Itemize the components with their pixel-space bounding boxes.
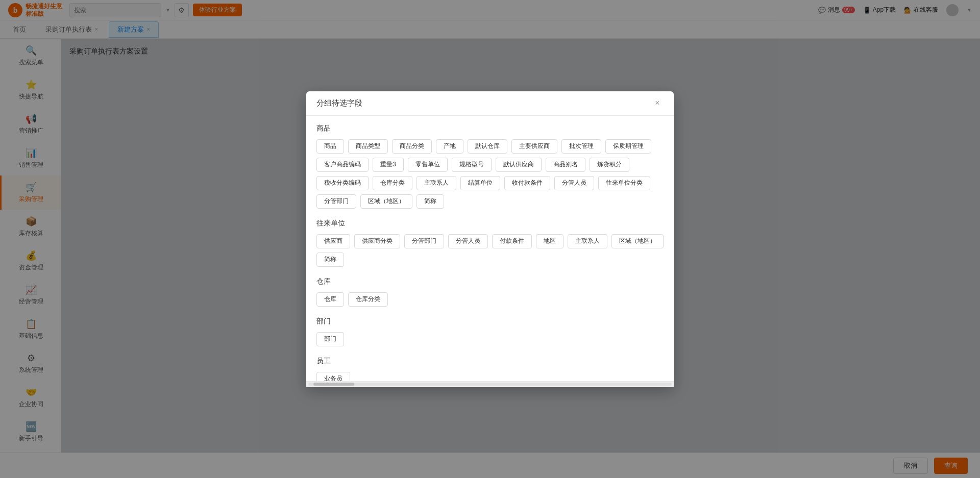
tag-product-15[interactable]: 税收分类编码	[316, 176, 369, 190]
tag-cp-3[interactable]: 分管人员	[448, 234, 488, 248]
modal-horizontal-scrollbar[interactable]	[306, 381, 674, 387]
tag-wh-0[interactable]: 仓库	[316, 292, 344, 307]
section-warehouse-title: 仓库	[316, 277, 664, 286]
tag-cp-4[interactable]: 付款条件	[492, 234, 532, 248]
tag-emp-0[interactable]: 业务员	[316, 372, 350, 381]
section-department: 部门 部门	[316, 317, 664, 346]
tag-product-13[interactable]: 商品别名	[546, 158, 585, 172]
tag-product-16[interactable]: 仓库分类	[373, 176, 412, 190]
modal-header: 分组待选字段 ×	[306, 91, 674, 116]
tag-product-0[interactable]: 商品	[316, 139, 344, 154]
tag-cp-1[interactable]: 供应商分类	[354, 234, 400, 248]
tag-cp-0[interactable]: 供应商	[316, 234, 350, 248]
tag-product-6[interactable]: 批次管理	[561, 139, 601, 154]
section-counterparty-title: 往来单位	[316, 219, 664, 228]
tag-product-14[interactable]: 炼货积分	[590, 158, 629, 172]
tag-product-10[interactable]: 零售单位	[408, 158, 448, 172]
hscroll-track	[308, 383, 672, 386]
tag-product-2[interactable]: 商品分类	[392, 139, 432, 154]
tag-product-18[interactable]: 结算单位	[460, 176, 500, 190]
modal-close-button[interactable]: ×	[651, 97, 664, 109]
tag-product-4[interactable]: 默认仓库	[468, 139, 507, 154]
section-product-title: 商品	[316, 124, 664, 133]
section-department-tags: 部门	[316, 332, 664, 346]
tag-product-1[interactable]: 商品类型	[348, 139, 388, 154]
modal-title: 分组待选字段	[316, 98, 362, 108]
tag-product-8[interactable]: 客户商品编码	[316, 158, 369, 172]
tag-cp-7[interactable]: 区域（地区）	[611, 234, 664, 248]
section-employee: 员工 业务员	[316, 357, 664, 381]
section-employee-title: 员工	[316, 357, 664, 366]
modal-body: 商品 商品 商品类型 商品分类 产地 默认仓库 主要供应商 批次管理 保质期管理…	[306, 116, 674, 381]
hscroll-thumb	[313, 383, 354, 386]
tag-cp-5[interactable]: 地区	[536, 234, 564, 248]
tag-product-5[interactable]: 主要供应商	[511, 139, 557, 154]
section-product: 商品 商品 商品类型 商品分类 产地 默认仓库 主要供应商 批次管理 保质期管理…	[316, 124, 664, 209]
tag-cp-8[interactable]: 简称	[316, 253, 344, 267]
tag-product-24[interactable]: 简称	[416, 194, 444, 209]
section-employee-tags: 业务员	[316, 372, 664, 381]
tag-product-11[interactable]: 规格型号	[452, 158, 492, 172]
modal-select-fields: 分组待选字段 × 商品 商品 商品类型 商品分类 产地 默认仓库 主要供应商 批…	[306, 91, 674, 387]
tag-product-21[interactable]: 往来单位分类	[598, 176, 650, 190]
tag-product-20[interactable]: 分管人员	[554, 176, 594, 190]
tag-wh-1[interactable]: 仓库分类	[348, 292, 388, 307]
modal-backdrop: 分组待选字段 × 商品 商品 商品类型 商品分类 产地 默认仓库 主要供应商 批…	[0, 0, 980, 478]
section-warehouse-tags: 仓库 仓库分类	[316, 292, 664, 307]
section-counterparty: 往来单位 供应商 供应商分类 分管部门 分管人员 付款条件 地区 主联系人 区域…	[316, 219, 664, 267]
tag-product-12[interactable]: 默认供应商	[496, 158, 542, 172]
tag-product-23[interactable]: 区域（地区）	[360, 194, 412, 209]
tag-product-19[interactable]: 收付款条件	[504, 176, 550, 190]
tag-product-3[interactable]: 产地	[436, 139, 463, 154]
section-warehouse: 仓库 仓库 仓库分类	[316, 277, 664, 307]
tag-cp-2[interactable]: 分管部门	[404, 234, 444, 248]
tag-product-22[interactable]: 分管部门	[316, 194, 356, 209]
tag-product-7[interactable]: 保质期管理	[605, 139, 651, 154]
section-counterparty-tags: 供应商 供应商分类 分管部门 分管人员 付款条件 地区 主联系人 区域（地区） …	[316, 234, 664, 267]
tag-dept-0[interactable]: 部门	[316, 332, 344, 346]
section-department-title: 部门	[316, 317, 664, 326]
tag-product-17[interactable]: 主联系人	[416, 176, 456, 190]
tag-product-9[interactable]: 重量3	[373, 158, 404, 172]
tag-cp-6[interactable]: 主联系人	[568, 234, 607, 248]
section-product-tags: 商品 商品类型 商品分类 产地 默认仓库 主要供应商 批次管理 保质期管理 客户…	[316, 139, 664, 209]
